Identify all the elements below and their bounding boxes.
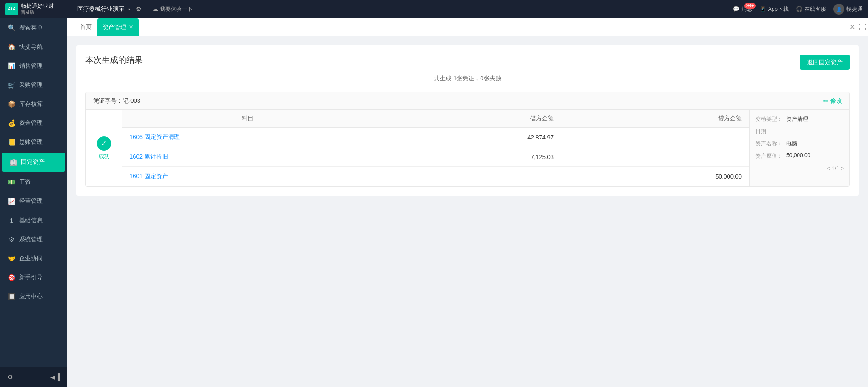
table-row: 1601 固定资产 50,000.00 <box>122 167 749 186</box>
sidebar-label-system: 系统管理 <box>19 235 43 243</box>
experience-btn[interactable]: ☁ 我要体验一下 <box>153 5 193 13</box>
date-label: 日期： <box>755 128 772 135</box>
side-info-panel: 变动类型： 资产清理 日期： 资产名称： 电脑 <box>749 110 849 186</box>
tab-asset-mgmt[interactable]: 资产管理 ✕ <box>97 18 139 36</box>
sidebar-label-enterprise: 企业协同 <box>19 254 43 263</box>
tab-home-label: 首页 <box>80 23 92 31</box>
sidebar-item-payroll[interactable]: 💵 工资 <box>0 173 67 192</box>
expand-panel-btn[interactable]: ⛶ <box>859 23 866 31</box>
return-btn[interactable]: 返回固定资产 <box>800 55 850 70</box>
sidebar-item-operations[interactable]: 📈 经营管理 <box>0 192 67 211</box>
avatar: 👤 <box>833 4 844 15</box>
success-circle: ✓ <box>97 136 111 151</box>
logo: AtA 畅捷通好业财 普及版 <box>5 3 73 15</box>
page-content: 本次生成的结果 返回固定资产 共生成 1张凭证，0张失败 凭证字号：记-003 … <box>67 36 868 387</box>
sidebar-item-enterprise[interactable]: 🤝 企业协同 <box>0 249 67 268</box>
sales-icon: 📊 <box>7 62 15 69</box>
company-dropdown-icon[interactable]: ▾ <box>128 7 130 12</box>
sidebar-label-fixed-assets: 固定资产 <box>21 158 45 166</box>
sidebar-label-sales: 销售管理 <box>19 62 43 70</box>
tab-close-icon[interactable]: ✕ <box>129 24 133 30</box>
main-layout: 🔍 搜索菜单 🏠 快捷导航 📊 销售管理 🛒 采购管理 📦 库存核算 💰 <box>0 18 868 387</box>
top-bar: AtA 畅捷通好业财 普及版 医疗器械行业演示 ▾ ⚙ ☁ 我要体验一下 💬 消… <box>0 0 868 18</box>
sidebar-item-finance[interactable]: 💰 资金管理 <box>0 114 67 133</box>
change-type-row: 变动类型： 资产清理 <box>755 115 844 123</box>
success-label: 成功 <box>99 153 109 160</box>
success-status-col: ✓ 成功 <box>86 110 122 186</box>
notifications-badge: 99+ <box>744 3 756 9</box>
col-header-debit: 借方金额 <box>373 110 561 128</box>
sidebar-bottom: ⚙ ◀▐ <box>0 367 67 387</box>
top-bar-center: 医疗器械行业演示 ▾ ⚙ ☁ 我要体验一下 <box>73 5 733 13</box>
operations-icon: 📈 <box>7 198 15 205</box>
sidebar-item-ledger[interactable]: 📒 总账管理 <box>0 133 67 152</box>
asset-name-label: 资产名称： <box>755 140 783 148</box>
col-header-credit: 贷方金额 <box>561 110 749 128</box>
headset-icon: 🎧 <box>796 6 803 12</box>
inventory-icon: 📦 <box>7 100 15 108</box>
pagination[interactable]: < 1/1 > <box>755 165 844 172</box>
row3-subject: 1601 固定资产 <box>122 167 373 186</box>
table-row: 1606 固定资产清理 42,874.97 <box>122 128 749 147</box>
sidebar-item-inventory[interactable]: 📦 库存核算 <box>0 94 67 114</box>
date-row: 日期： <box>755 128 844 135</box>
result-panel: 本次生成的结果 返回固定资产 共生成 1张凭证，0张失败 凭证字号：记-003 … <box>76 45 859 196</box>
sidebar-label-search: 搜索菜单 <box>19 24 43 32</box>
sidebar-item-sales[interactable]: 📊 销售管理 <box>0 56 67 75</box>
content-area: 首页 资产管理 ✕ 本次生成的结果 返回固定资产 共生成 1张凭证，0张失败 凭… <box>67 18 868 387</box>
row2-subject: 1602 累计折旧 <box>122 147 373 167</box>
experience-icon: ☁ <box>153 6 158 12</box>
row1-credit <box>561 128 749 147</box>
sidebar-toggle-icon[interactable]: ◀▐ <box>50 373 60 381</box>
voucher-header: 凭证字号：记-003 ✏ 修改 <box>86 92 849 110</box>
sidebar-item-app-center[interactable]: 🔲 应用中心 <box>0 287 67 306</box>
voucher-main: ✓ 成功 科目 借方金额 贷方金额 <box>86 110 849 186</box>
top-bar-right: 💬 消息 99+ 📱 App下载 🎧 在线客服 👤 畅捷通 <box>733 4 863 15</box>
edit-voucher-btn[interactable]: ✏ 修改 <box>823 97 842 105</box>
guide-icon: 🎯 <box>7 274 15 281</box>
result-summary: 共生成 1张凭证，0张失败 <box>85 74 850 83</box>
sidebar-label-guide: 新手引导 <box>19 273 43 282</box>
app-download-btn[interactable]: 📱 App下载 <box>759 5 789 13</box>
tab-home[interactable]: 首页 <box>74 18 97 36</box>
app-center-icon: 🔲 <box>7 293 15 300</box>
tab-bar: 首页 资产管理 ✕ <box>67 18 868 36</box>
header-settings-icon[interactable]: ⚙ <box>136 5 142 13</box>
close-panel-btn[interactable]: ✕ <box>849 23 855 31</box>
sidebar-item-purchase[interactable]: 🛒 采购管理 <box>0 75 67 94</box>
settings-bottom-icon[interactable]: ⚙ <box>7 373 13 381</box>
finance-icon: 💰 <box>7 119 15 127</box>
change-type-label: 变动类型： <box>755 115 783 123</box>
online-service-btn[interactable]: 🎧 在线客服 <box>796 5 826 13</box>
sidebar: 🔍 搜索菜单 🏠 快捷导航 📊 销售管理 🛒 采购管理 📦 库存核算 💰 <box>0 18 67 387</box>
sidebar-item-base-info[interactable]: ℹ 基础信息 <box>0 211 67 230</box>
payroll-icon: 💵 <box>7 179 15 186</box>
sidebar-item-fixed-assets[interactable]: 🏢 固定资产 <box>2 153 65 172</box>
app-download-icon: 📱 <box>759 6 766 12</box>
notifications-btn[interactable]: 💬 消息 99+ <box>733 5 752 13</box>
col-header-subject: 科目 <box>122 110 373 128</box>
notifications-icon: 💬 <box>733 6 739 12</box>
row2-credit <box>561 147 749 167</box>
sidebar-label-ledger: 总账管理 <box>19 138 43 146</box>
sidebar-label-base-info: 基础信息 <box>19 216 43 224</box>
panel-controls: ✕ ⛶ <box>849 23 866 31</box>
sidebar-label-operations: 经营管理 <box>19 197 43 205</box>
company-name: 医疗器械行业演示 <box>77 5 124 13</box>
sidebar-item-search[interactable]: 🔍 搜索菜单 <box>0 18 67 37</box>
logo-sub: 普及版 <box>21 9 54 15</box>
asset-value-row: 资产原值： 50,000.00 <box>755 152 844 160</box>
sidebar-item-guide[interactable]: 🎯 新手引导 <box>0 268 67 287</box>
voucher-no: 凭证字号：记-003 <box>93 97 140 105</box>
table-row: 1602 累计折旧 7,125.03 <box>122 147 749 167</box>
row3-credit: 50,000.00 <box>561 167 749 186</box>
sidebar-item-quick-nav[interactable]: 🏠 快捷导航 <box>0 37 67 56</box>
asset-name-row: 资产名称： 电脑 <box>755 140 844 148</box>
row2-debit: 7,125.03 <box>373 147 561 167</box>
edit-icon: ✏ <box>823 98 828 104</box>
user-menu[interactable]: 👤 畅捷通 <box>833 4 863 15</box>
sidebar-item-system[interactable]: ⚙ 系统管理 <box>0 230 67 249</box>
home-icon: 🏠 <box>7 43 15 50</box>
fixed-assets-icon: 🏢 <box>9 159 17 166</box>
purchase-icon: 🛒 <box>7 81 15 89</box>
